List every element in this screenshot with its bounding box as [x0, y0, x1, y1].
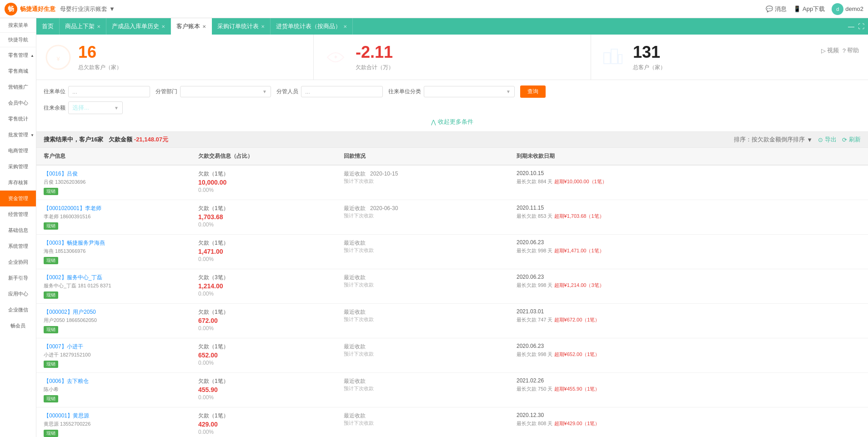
message-icon: 💬	[766, 5, 773, 12]
filter-area: 往来单位 ... 分管部门 ▼	[36, 80, 868, 132]
tabs-minimize-button[interactable]: —	[848, 23, 854, 30]
sidebar-item-system[interactable]: 系统管理	[0, 238, 36, 254]
customer-name-1[interactable]: 【0016】吕俊	[44, 170, 198, 178]
sidebar-quick-nav[interactable]: 快捷导航	[0, 33, 36, 47]
sidebar-item-purchase[interactable]: 采购管理	[0, 159, 36, 175]
tab-purchase-order-stats[interactable]: 采购订单统计表 ✕	[212, 18, 271, 35]
status-badge-2: 现销	[44, 222, 58, 230]
sidebar-item-finance[interactable]: 资金管理	[0, 191, 36, 206]
sidebar-item-wechat[interactable]: 企业微信	[0, 302, 36, 318]
customer-name-4[interactable]: 【0002】服务中心_丁磊	[44, 274, 198, 281]
overdue-link-3[interactable]: 超期¥1,471.00（1笔）	[554, 248, 604, 253]
search-button[interactable]: 查询	[520, 85, 546, 98]
help-button[interactable]: ? 帮助	[843, 46, 859, 55]
sidebar-item-retail-mall[interactable]: 零售商城	[0, 63, 36, 79]
debt-percent-1: 0.00%	[198, 187, 344, 193]
manager-input[interactable]: ...	[301, 86, 383, 97]
table-row: 【0007】小进干 小进干 18279152100 现销 欠款（1笔） 652.…	[36, 338, 868, 373]
sidebar-item-wholesale-mgmt[interactable]: 批发管理	[0, 127, 36, 143]
sidebar-item-retail-mgmt[interactable]: 零售管理	[0, 47, 36, 63]
main-layout: 搜索菜单 快捷导航 零售管理 零售商城 营销推广 会员中心 零售统计 批发管理 …	[0, 18, 868, 437]
tab-production-history-close[interactable]: ✕	[161, 24, 165, 29]
overdue-info-5: 最长欠款 747 天 超期¥672.00（1笔）	[517, 316, 861, 323]
balance-arrow-icon: ▼	[114, 105, 119, 111]
store-selector[interactable]: 母婴行业演示账套 ▼	[60, 5, 115, 13]
unit-category-select[interactable]: ▼	[424, 86, 515, 97]
tabs-maximize-button[interactable]: ⛶	[858, 23, 864, 30]
overdue-link-5[interactable]: 超期¥672.00（1笔）	[554, 317, 600, 322]
sidebar-item-ecommerce[interactable]: 电商管理	[0, 143, 36, 159]
export-button[interactable]: ⊙ 导出	[818, 136, 837, 144]
sidebar-item-app-center[interactable]: 应用中心	[0, 286, 36, 302]
overdue-link-6[interactable]: 超期¥652.00（1笔）	[554, 352, 600, 357]
sidebar-item-retail-stats[interactable]: 零售统计	[0, 111, 36, 127]
debt-customers-number: 16	[78, 43, 122, 62]
sidebar-item-operations[interactable]: 经营管理	[0, 206, 36, 222]
collapse-filter-button[interactable]: ⋀ 收起更多条件	[44, 118, 861, 126]
svg-rect-3	[604, 53, 610, 64]
sidebar-item-basic-info[interactable]: 基础信息	[0, 222, 36, 238]
sidebar-search[interactable]: 搜索菜单	[0, 18, 36, 33]
tab-product-listing-close[interactable]: ✕	[97, 24, 100, 29]
sort-button[interactable]: 排序：按欠款金额倒序排序 ▼	[734, 136, 813, 144]
sidebar-item-vip[interactable]: 畅会员	[0, 318, 36, 334]
overdue-link-1[interactable]: 超期¥10,000.00（1笔）	[554, 179, 607, 184]
customer-phone-4: 服务中心_丁磊 181 0125 8371	[44, 282, 198, 289]
debt-customers-label: 总欠款客户（家）	[78, 64, 122, 71]
customer-name-5[interactable]: 【000002】用户2050	[44, 308, 198, 316]
tab-customer-account[interactable]: 客户账本 ✕	[171, 18, 212, 35]
user-profile[interactable]: d demo2	[832, 3, 863, 15]
tab-customer-account-close[interactable]: ✕	[202, 24, 206, 29]
collection-next-1: 预计下次收款	[344, 178, 517, 185]
tab-purchase-order-stats-close[interactable]: ✕	[261, 24, 265, 29]
tab-product-listing[interactable]: 商品上下架 ✕	[60, 18, 106, 35]
tab-purchase-stats-by-product[interactable]: 进货单统计表（按商品） ✕	[271, 18, 353, 35]
tab-production-history[interactable]: 产成品入库单历史 ✕	[106, 18, 171, 35]
sidebar-item-marketing[interactable]: 营销推广	[0, 79, 36, 95]
sidebar-item-newbie[interactable]: 新手引导	[0, 270, 36, 286]
customer-name-3[interactable]: 【0003】畅捷服务尹海燕	[44, 239, 198, 247]
balance-select[interactable]: 选择... ▼	[68, 101, 123, 114]
overdue-date-8: 2020.12.30	[517, 412, 861, 418]
customer-name-6[interactable]: 【0007】小进干	[44, 343, 198, 351]
app-download-button[interactable]: 📱 App下载	[793, 5, 825, 13]
debt-percent-3: 0.00%	[198, 256, 344, 262]
debt-amount-6[interactable]: 652.00	[198, 352, 344, 359]
customer-name-2[interactable]: 【0001020001】李老师	[44, 205, 198, 212]
status-badge-3: 现销	[44, 257, 58, 264]
overdue-link-2[interactable]: 超期¥1,703.68（1笔）	[554, 213, 604, 219]
debt-amount-2[interactable]: 1,703.68	[198, 213, 344, 221]
source-unit-input[interactable]: ...	[68, 86, 150, 97]
collection-date-5: 最近收款	[344, 308, 517, 316]
debt-percent-6: 0.00%	[198, 360, 344, 366]
overdue-link-4[interactable]: 超期¥1,214.00（3笔）	[554, 282, 604, 288]
table-row: 【0002】服务中心_丁磊 服务中心_丁磊 181 0125 8371 现销 欠…	[36, 269, 868, 304]
customer-name-7[interactable]: 【0006】去下粮仓	[44, 377, 198, 385]
dept-select[interactable]: ▼	[180, 86, 271, 97]
collection-next-2: 预计下次收款	[344, 212, 517, 219]
debt-cell-1: 欠款（1笔） 10,000.00 0.00%	[198, 170, 344, 193]
debt-amount-3[interactable]: 1,471.00	[198, 248, 344, 255]
debt-amount-4[interactable]: 1,214.00	[198, 282, 344, 290]
message-button[interactable]: 💬 消息	[766, 5, 787, 13]
debt-total-label: 欠款合计（万）	[356, 64, 394, 71]
debt-amount-7[interactable]: 455.90	[198, 386, 344, 393]
view-video-button[interactable]: ▷ 视频	[821, 46, 839, 55]
debt-count-7: 欠款（1笔）	[198, 377, 344, 385]
tab-purchase-stats-by-product-close[interactable]: ✕	[343, 24, 347, 29]
sidebar-item-collab[interactable]: 企业协同	[0, 254, 36, 270]
overdue-link-7[interactable]: 超期¥455.90（1笔）	[554, 386, 600, 392]
source-unit-label: 往来单位	[44, 88, 65, 95]
results-bar: 搜索结果中，客户16家 欠款金额 -21,148.07元 排序：按欠款金额倒序排…	[36, 132, 868, 148]
sidebar-item-member[interactable]: 会员中心	[0, 95, 36, 111]
debt-amount-1[interactable]: 10,000.00	[198, 179, 344, 186]
overdue-date-7: 2021.02.26	[517, 377, 861, 384]
customer-name-8[interactable]: 【000001】黄思源	[44, 412, 198, 420]
tab-home[interactable]: 首页	[36, 18, 60, 35]
refresh-button[interactable]: ⟳ 刷新	[842, 136, 861, 144]
sidebar-item-inventory[interactable]: 库存核算	[0, 175, 36, 191]
logo-text: 畅捷通好生意	[20, 5, 55, 13]
debt-amount-8[interactable]: 429.00	[198, 421, 344, 428]
debt-amount-5[interactable]: 672.00	[198, 317, 344, 324]
overdue-link-8[interactable]: 超期¥429.00（1笔）	[554, 421, 600, 426]
